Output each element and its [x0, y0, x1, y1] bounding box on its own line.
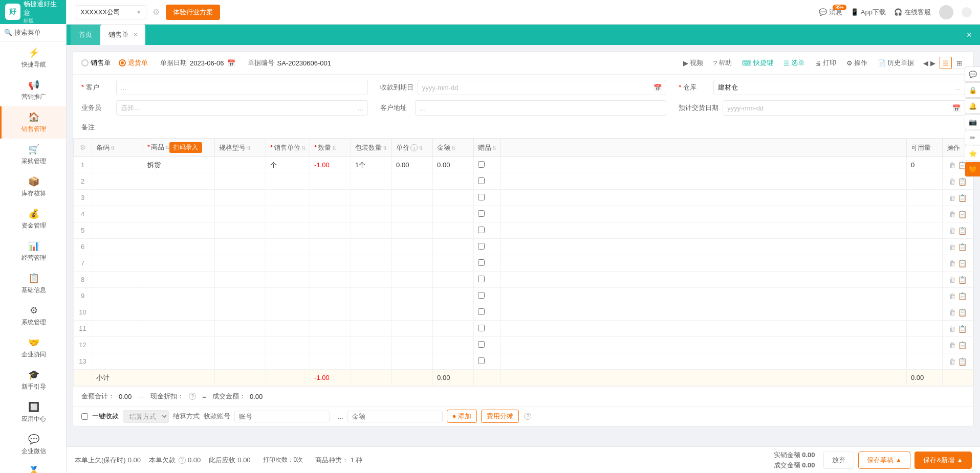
- print-btn[interactable]: 🖨 打印: [812, 57, 839, 69]
- list-view-btn[interactable]: ☰: [940, 57, 952, 69]
- select-btn[interactable]: ☰ 选单: [780, 57, 808, 69]
- trial-btn[interactable]: 体验行业方案: [166, 5, 220, 20]
- copy-row-btn[interactable]: 📋: [958, 259, 967, 267]
- expected-delivery-input[interactable]: yyyy-mm-dd 📅: [723, 100, 965, 116]
- copy-row-btn[interactable]: 📋: [958, 243, 967, 251]
- help-btn[interactable]: ? 帮助: [710, 57, 735, 69]
- delete-row-btn[interactable]: 🗑: [949, 227, 956, 235]
- shortcut-btn[interactable]: ⌨ 快捷键: [739, 57, 776, 69]
- scan-btn[interactable]: 扫码录入: [169, 142, 202, 153]
- expense-info-icon[interactable]: ?: [524, 413, 531, 420]
- salesperson-input[interactable]: 选择... ...: [116, 100, 368, 116]
- sidebar-item-marketing[interactable]: 📢 营销推广: [0, 74, 66, 106]
- rp-lock-btn[interactable]: 🔒: [965, 82, 980, 98]
- save-new-btn[interactable]: 保存&新增 ▲: [914, 452, 972, 469]
- online-support-btn[interactable]: 🎧 在线客服: [894, 8, 931, 17]
- sidebar-item-operations[interactable]: 📊 经营管理: [0, 235, 66, 267]
- account-input[interactable]: [234, 411, 330, 422]
- message-btn[interactable]: 💬 消息 99+: [819, 8, 842, 17]
- copy-row-btn[interactable]: 📋: [958, 210, 967, 218]
- due-date-input[interactable]: yyyy-mm-dd 📅: [418, 80, 667, 95]
- price-info-icon[interactable]: i: [410, 144, 418, 151]
- sidebar-item-guide[interactable]: 🎓 新手引导: [0, 364, 66, 396]
- abandon-btn[interactable]: 放弃: [823, 452, 854, 469]
- user-avatar[interactable]: [939, 5, 953, 19]
- delete-row-btn[interactable]: 🗑: [949, 292, 956, 300]
- settings-icon[interactable]: ⚙: [153, 7, 160, 17]
- sidebar-item-finance[interactable]: 💰 资金管理: [0, 203, 66, 235]
- add-payment-btn[interactable]: ● 添加: [447, 410, 477, 423]
- sidebar-search[interactable]: 🔍 搜索菜单: [0, 24, 66, 42]
- row-qty-1[interactable]: -1.00: [310, 157, 351, 173]
- rp-orange-btn[interactable]: 🧡: [965, 162, 980, 177]
- row-product-1[interactable]: 拆货: [143, 157, 215, 173]
- radio-sales-order[interactable]: 销售单: [81, 58, 111, 67]
- copy-row-btn[interactable]: 📋: [958, 308, 967, 317]
- calc-method-select[interactable]: 结算方式: [123, 410, 169, 423]
- copy-row-btn[interactable]: 📋: [958, 341, 967, 349]
- delete-row-btn[interactable]: 🗑: [949, 308, 956, 317]
- rp-chat-btn[interactable]: 💬: [965, 66, 980, 82]
- copy-row-btn[interactable]: 📋: [958, 194, 967, 202]
- delete-row-btn[interactable]: 🗑: [949, 276, 956, 284]
- row-price-1[interactable]: 0.00: [392, 157, 433, 173]
- rp-star-btn[interactable]: ⭐: [965, 146, 980, 161]
- radio-return-order[interactable]: 退货单: [119, 58, 148, 67]
- delete-row-btn[interactable]: 🗑: [949, 259, 956, 267]
- copy-row-btn[interactable]: 📋: [958, 325, 967, 333]
- amount-input[interactable]: [347, 411, 443, 422]
- save-draft-btn[interactable]: 保存草稿 ▲: [858, 452, 911, 469]
- sidebar-item-shortcuts[interactable]: ⚡ 快捷导航: [0, 42, 66, 74]
- row-amount-1[interactable]: 0.00: [433, 157, 474, 173]
- row-pkgqty-1[interactable]: 1个: [351, 157, 392, 173]
- customer-input[interactable]: ...: [116, 80, 368, 95]
- tab-home[interactable]: 首页: [71, 25, 100, 45]
- copy-row-btn[interactable]: 📋: [958, 276, 967, 284]
- sidebar-item-purchase[interactable]: 🛒 采购管理: [0, 139, 66, 171]
- sidebar-item-apps[interactable]: 🔲 应用中心: [0, 396, 66, 429]
- sidebar-item-inventory[interactable]: 📦 库存核算: [0, 171, 66, 203]
- sidebar-item-sales[interactable]: 🏠 销售管理: [0, 106, 66, 139]
- delete-row-btn[interactable]: 🗑: [949, 341, 956, 349]
- prev-page-icon[interactable]: ◀: [923, 59, 928, 67]
- copy-row-btn[interactable]: 📋: [958, 292, 967, 300]
- company-selector[interactable]: XXXXXX公司 ▾: [75, 5, 146, 19]
- delete-row-btn-1[interactable]: 🗑: [949, 161, 956, 169]
- operation-btn[interactable]: ⚙ 操作: [843, 57, 870, 69]
- delete-row-btn[interactable]: 🗑: [949, 194, 956, 202]
- delete-row-btn[interactable]: 🗑: [949, 357, 956, 366]
- tab-sales-order[interactable]: 销售单 ×: [100, 25, 145, 45]
- sidebar-item-member[interactable]: 🏅 畅会员: [0, 461, 66, 473]
- table-gear-icon[interactable]: ⚙: [80, 144, 86, 151]
- copy-row-btn[interactable]: 📋: [958, 227, 967, 235]
- video-btn[interactable]: ▶ 视频: [680, 57, 706, 69]
- rp-camera-btn[interactable]: 📷: [965, 114, 980, 129]
- row-spec-1[interactable]: [215, 157, 266, 173]
- calendar-icon[interactable]: 📅: [227, 59, 235, 67]
- one-click-payment-checkbox[interactable]: [81, 413, 88, 420]
- sidebar-item-basics[interactable]: 📋 基础信息: [0, 267, 66, 300]
- app-download-btn[interactable]: 📱 App下载: [851, 8, 886, 17]
- delete-row-btn[interactable]: 🗑: [949, 210, 956, 218]
- copy-row-btn[interactable]: 📋: [958, 357, 967, 366]
- delete-row-btn[interactable]: 🗑: [949, 177, 956, 186]
- discount-info-icon[interactable]: ?: [189, 393, 196, 400]
- warehouse-input[interactable]: 建材仓 ...: [713, 80, 965, 95]
- sidebar-item-wechat[interactable]: 💬 企业微信: [0, 429, 66, 461]
- tabbar-close-btn[interactable]: ×: [962, 30, 976, 40]
- rp-edit-btn[interactable]: ✏: [965, 130, 980, 145]
- sidebar-item-enterprise[interactable]: 🤝 企业协同: [0, 332, 66, 364]
- next-page-icon[interactable]: ▶: [930, 59, 935, 67]
- row-unit-1[interactable]: 个: [266, 157, 310, 173]
- delete-row-btn[interactable]: 🗑: [949, 325, 956, 333]
- row-gift-1[interactable]: [474, 157, 501, 173]
- row-barcode-1[interactable]: [92, 157, 143, 173]
- delete-row-btn[interactable]: 🗑: [949, 243, 956, 251]
- copy-row-btn[interactable]: 📋: [958, 177, 967, 186]
- user-avatar2[interactable]: [962, 7, 972, 17]
- expense-split-btn[interactable]: 费用分摊: [481, 410, 519, 423]
- grid-view-btn[interactable]: ⊞: [953, 57, 965, 69]
- rp-notification-btn[interactable]: 🔔: [965, 98, 980, 114]
- history-btn[interactable]: 📄 历史单据: [875, 57, 917, 69]
- sidebar-item-system[interactable]: ⚙ 系统管理: [0, 300, 66, 332]
